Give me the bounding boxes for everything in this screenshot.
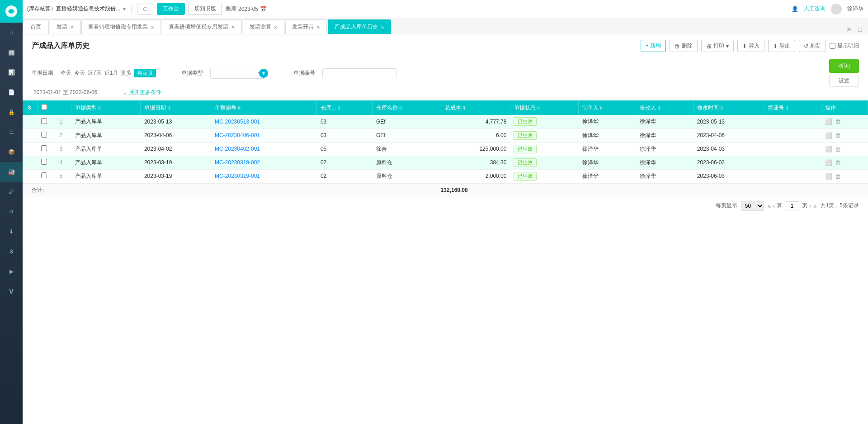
sidebar-item-warehouse[interactable]: 🏭 <box>0 162 23 182</box>
tab-home[interactable]: 首页 <box>23 19 49 34</box>
col-date[interactable]: 单据日期⇅ <box>141 100 211 115</box>
row-number[interactable]: MC-20230319-002 <box>211 156 317 169</box>
tab-calc[interactable]: 发票测算 × <box>243 19 284 34</box>
refresh-button[interactable]: ↺ 刷新 <box>799 40 826 52</box>
row-checkbox-3[interactable] <box>41 159 47 165</box>
more-shortcut[interactable]: 更多 <box>121 69 132 77</box>
row-number[interactable]: MC-20230406-001 <box>211 129 317 142</box>
col-modify-time[interactable]: 修改时间⇅ <box>693 100 764 115</box>
display-detail-checkbox[interactable] <box>830 43 835 49</box>
sidebar-item-version[interactable]: V <box>0 281 23 301</box>
type-select[interactable] <box>210 68 264 79</box>
row-checkbox-cell[interactable] <box>37 156 51 169</box>
tab-input-invoice-close[interactable]: × <box>231 24 235 31</box>
col-type[interactable]: 单据类型⇅ <box>71 100 141 115</box>
select-all-checkbox[interactable] <box>41 104 47 110</box>
edit-icon[interactable]: ⬜ <box>825 118 832 125</box>
tab-invoice[interactable]: 发票 × <box>50 19 80 34</box>
sidebar-item-chart[interactable]: 📊 <box>0 62 23 82</box>
query-button[interactable]: 查询 <box>829 59 859 73</box>
copy-button[interactable]: ⬡ <box>137 4 153 14</box>
row-number-link[interactable]: MC-20230402-001 <box>215 146 260 152</box>
row-number-link[interactable]: MC-20230513-001 <box>215 119 260 125</box>
col-warehouse-name[interactable]: 仓库名称⇅ <box>373 100 441 115</box>
edit-icon[interactable]: ⬜ <box>825 132 832 139</box>
col-status[interactable]: 单据状态⇅ <box>510 100 578 115</box>
col-gear[interactable]: ⚙ <box>23 100 37 115</box>
row-checkbox-cell[interactable] <box>37 115 51 129</box>
sidebar-item-lock[interactable]: 🔒 <box>0 102 23 122</box>
row-checkbox-cell[interactable] <box>37 129 51 142</box>
row-number[interactable]: MC-20230513-001 <box>211 115 317 129</box>
sidebar-item-stamp[interactable]: 🖊 <box>0 182 23 202</box>
today-shortcut[interactable]: 今天 <box>74 69 85 77</box>
col-modifier[interactable]: 修改人⇅ <box>636 100 693 115</box>
per-page-select[interactable]: 50 100 200 <box>741 201 764 211</box>
custom-shortcut[interactable]: 自定义 <box>134 69 156 77</box>
new-button[interactable]: + 新增 <box>641 40 666 52</box>
row-number[interactable]: MC-20230402-001 <box>211 142 317 156</box>
first-page-button[interactable]: « <box>768 202 771 210</box>
sidebar-item-download[interactable]: ⬇ <box>0 222 23 242</box>
type-select-icon[interactable]: ▾ <box>259 69 268 78</box>
workbench-button[interactable]: 工作台 <box>157 3 185 15</box>
delete-icon[interactable]: 🗑 <box>835 118 841 125</box>
tab-invoice-close[interactable]: × <box>70 24 74 31</box>
col-warehouse-code[interactable]: 仓库...⇅ <box>317 100 373 115</box>
row-checkbox-cell[interactable] <box>37 142 51 156</box>
sidebar-item-play[interactable]: ▶ <box>0 262 23 281</box>
row-checkbox-4[interactable] <box>41 172 47 178</box>
tab-warehouse-history-close[interactable]: × <box>381 24 384 31</box>
last-page-button[interactable]: » <box>813 202 817 210</box>
sidebar-item-refresh[interactable]: ↺ <box>0 202 23 222</box>
prev-page-button[interactable]: ‹ <box>773 202 775 210</box>
sidebar-item-company[interactable]: 🏢 <box>0 43 23 62</box>
sidebar-item-document[interactable]: 📄 <box>0 82 23 102</box>
tab-output-invoice-close[interactable]: × <box>151 24 154 31</box>
tab-issue-close[interactable]: × <box>316 24 320 31</box>
delete-icon[interactable]: 🗑 <box>835 132 841 139</box>
row-checkbox-cell[interactable] <box>37 169 51 183</box>
edit-icon[interactable]: ⬜ <box>825 146 832 152</box>
edit-icon[interactable]: ⬜ <box>825 159 832 166</box>
col-creator[interactable]: 制单人⇅ <box>579 100 636 115</box>
delete-icon[interactable]: 🗑 <box>835 173 841 180</box>
last7-shortcut[interactable]: 近7天 <box>88 69 102 77</box>
print-button[interactable]: 🖨 打印 ▾ <box>701 40 734 52</box>
export-button[interactable]: ⬆ 导出 <box>768 40 795 52</box>
sidebar-item-home[interactable]: ⌂ <box>0 23 23 43</box>
row-checkbox-1[interactable] <box>41 132 47 138</box>
col-select-all[interactable] <box>37 100 51 115</box>
col-total-cost[interactable]: 总成本⇅ <box>441 100 510 115</box>
sidebar-item-list[interactable]: ☰ <box>0 122 23 142</box>
page-input[interactable] <box>784 201 800 210</box>
last-month-shortcut[interactable]: 近1月 <box>104 69 118 77</box>
delete-icon[interactable]: 🗑 <box>835 159 841 166</box>
tab-warehouse-history[interactable]: 产成品入库单历史 × <box>328 19 391 34</box>
import-button[interactable]: ⬇ 导入 <box>737 40 764 52</box>
close-window-button[interactable]: ✕ <box>844 25 854 34</box>
tab-input-invoice[interactable]: 查看进项增值税专用发票 × <box>162 19 241 34</box>
row-number-link[interactable]: MC-20230406-001 <box>215 132 260 138</box>
col-number[interactable]: 单据编号⇅ <box>211 100 317 115</box>
help-label[interactable]: 人工咨询 <box>804 5 826 13</box>
set-button[interactable]: 设置 <box>829 75 859 87</box>
tab-calc-close[interactable]: × <box>274 24 278 31</box>
row-number-link[interactable]: MC-20230319-001 <box>215 173 260 179</box>
col-voucher[interactable]: 凭证号⇅ <box>764 100 821 115</box>
sidebar-item-settings[interactable]: ⚙ <box>0 242 23 262</box>
edit-icon[interactable]: ⬜ <box>825 173 832 180</box>
row-number-link[interactable]: MC-20230319-002 <box>215 159 260 166</box>
number-input[interactable] <box>322 68 396 78</box>
user-name[interactable]: 徐泽华 <box>847 5 863 13</box>
tab-output-invoice[interactable]: 查看销项增值税专用发票 × <box>81 19 161 34</box>
switch-button[interactable]: 切到旧版 <box>189 3 222 15</box>
row-checkbox-0[interactable] <box>41 118 47 124</box>
row-number[interactable]: MC-20230319-001 <box>211 169 317 183</box>
maximize-window-button[interactable]: □ <box>855 25 864 34</box>
calendar-icon[interactable]: 📅 <box>260 6 267 12</box>
tab-issue[interactable]: 发票开具 × <box>285 19 327 34</box>
next-page-button[interactable]: › <box>809 202 811 210</box>
sidebar-item-box[interactable]: 📦 <box>0 142 23 162</box>
yesterday-shortcut[interactable]: 昨天 <box>61 69 71 77</box>
